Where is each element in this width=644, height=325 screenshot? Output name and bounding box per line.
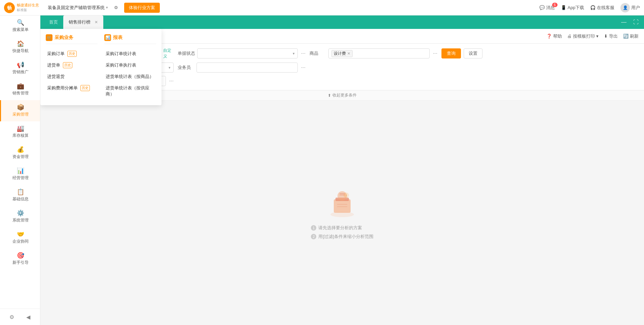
rank-item-chevron-icon: ▾ [169, 66, 171, 70]
goods-tag-remove-icon[interactable]: ✕ [347, 51, 350, 56]
topbar-right: 💬 消息 6 📱 App下载 🎧 在线客服 👤 用户 [539, 3, 640, 12]
message-button[interactable]: 💬 消息 6 [539, 5, 555, 11]
menu-item-goods-return[interactable]: 进货退货 [46, 71, 98, 82]
guide-icon: 🎯 [17, 252, 24, 258]
menu-item-goods-receipt[interactable]: 进货单 历史 [46, 59, 98, 71]
user-menu[interactable]: 👤 用户 [620, 3, 640, 12]
tab-minimize-icon[interactable]: — [619, 18, 629, 26]
svg-text:畅: 畅 [7, 5, 12, 10]
chevron-down-icon[interactable]: ▾ [106, 5, 108, 10]
enterprise-icon: 🤝 [17, 231, 24, 237]
sidebar-item-sales[interactable]: 💼 销售管理 [0, 79, 40, 100]
logo-icon: 畅 [4, 2, 15, 13]
sidebar-item-guide[interactable]: 🎯 新手引导 [0, 248, 40, 270]
goods-label: 商品 [310, 50, 326, 56]
sidebar-collapse-button[interactable]: ◀ [24, 312, 33, 322]
quick-date-custom[interactable]: 自定义 [163, 48, 174, 59]
sidebar-item-basic[interactable]: 📋 基础信息 [0, 185, 40, 206]
tab-home[interactable]: 首页 [44, 15, 63, 29]
voucher-status-more-icon[interactable]: ··· [301, 50, 306, 56]
voucher-status-filter: 单据状态 ▾ ··· [178, 48, 306, 58]
salesperson-select[interactable] [196, 63, 298, 73]
menu-item-goods-stat-goods[interactable]: 进货单统计表（按商品） [104, 71, 156, 82]
empty-illustration: ! [325, 186, 359, 219]
inventory-icon: 🏭 [17, 125, 24, 131]
sidebar-item-enterprise[interactable]: 🤝 企业协同 [0, 227, 40, 248]
search-icon: 🔍 [17, 19, 24, 26]
menu-item-purchase-order-exe[interactable]: 采购订单执行表 [104, 59, 156, 71]
goods-tag-input[interactable]: 设计费 ✕ [328, 48, 430, 58]
empty-tips: 1 请先选择要分析的方案 2 用[过滤]条件来缩小分析范围 [311, 225, 373, 240]
menu-item-purchase-order-stat[interactable]: 采购订单统计表 [104, 48, 156, 59]
app-download-button[interactable]: 📱 App下载 [561, 5, 584, 11]
logo-text: 畅捷通好生意 [17, 3, 39, 7]
voucher-status-label: 单据状态 [178, 50, 195, 56]
home-icon: 🏠 [17, 41, 24, 47]
logo-sub: 标准版 [17, 8, 39, 12]
setting-button[interactable]: 设置 [464, 48, 482, 58]
logo-area: 畅 畅捷通好生意 标准版 [4, 2, 44, 13]
voucher-status-chevron-icon: ▾ [293, 51, 295, 56]
purchase-col-title: 🛒 采购业务 [46, 34, 98, 44]
print-button[interactable]: 🖨 按模板打印 ▾ [567, 33, 599, 39]
goods-receipt-badge: 历史 [63, 62, 72, 68]
content-area: 首页 销售排行榜 ✕ — ⛶ 🛒 采购业务 采购订单 历史 [40, 15, 644, 325]
topbar: 畅 畅捷通好生意 标准版 装备及固定资产辅助管理系统 ▾ ⚙ 体验行业方案 💬 … [0, 0, 644, 15]
message-badge: 6 [552, 3, 558, 7]
sidebar-item-operation[interactable]: 📊 经营管理 [0, 164, 40, 185]
sidebar: 🔍 搜索菜单 🏠 快捷导航 📢 营销推广 💼 销售管理 📦 采购管理 🏭 库存核… [0, 15, 40, 325]
phone-icon: 📱 [561, 5, 566, 10]
svg-rect-3 [334, 199, 351, 213]
tab-maximize-icon[interactable]: ⛶ [631, 18, 641, 26]
sidebar-item-nav[interactable]: 🏠 快捷导航 [0, 37, 40, 58]
goods-tag: 设计费 ✕ [331, 50, 353, 57]
tab-bar: 首页 销售排行榜 ✕ — ⛶ [40, 15, 644, 29]
sales-icon: 💼 [17, 83, 24, 89]
purchase-col-icon: 🛒 [46, 34, 52, 41]
sidebar-item-marketing[interactable]: 📢 营销推广 [0, 58, 40, 79]
tab-close-icon[interactable]: ✕ [95, 20, 98, 25]
menu-item-purchase-fee[interactable]: 采购费用分摊单 历史 [46, 82, 98, 94]
tip-num-1: 1 [311, 225, 316, 231]
action-buttons: 查询 设置 [441, 48, 482, 58]
tab-sales-rank[interactable]: 销售排行榜 ✕ [63, 15, 103, 29]
empty-tip-2: 2 用[过滤]条件来缩小分析范围 [311, 234, 373, 240]
query-button[interactable]: 查询 [441, 48, 461, 58]
report-col-title: 📊 报表 [104, 34, 156, 44]
purchase-fee-badge: 历史 [80, 85, 90, 91]
export-icon: ⬇ [604, 34, 608, 39]
tip-num-2: 2 [311, 234, 316, 239]
refresh-button[interactable]: 🔄 刷新 [623, 33, 639, 39]
sidebar-item-search[interactable]: 🔍 搜索菜单 [0, 15, 40, 37]
message-icon: 💬 [539, 5, 545, 10]
system-name: 装备及固定资产辅助管理系统 ▾ [48, 5, 108, 11]
goods-more-icon[interactable]: ··· [433, 50, 437, 56]
sidebar-settings-button[interactable]: ⚙ [7, 312, 16, 322]
export-button[interactable]: ⬇ 导出 [604, 33, 618, 39]
purchase-icon: 📦 [17, 104, 24, 110]
sidebar-item-purchase[interactable]: 📦 采购管理 [0, 100, 40, 121]
sidebar-item-finance[interactable]: 💰 资金管理 [0, 143, 40, 164]
sidebar-item-inventory[interactable]: 🏭 库存核算 [0, 121, 40, 143]
report-menu-col: 📊 报表 采购订单统计表 采购订单执行表 进货单统计表（按商品） 进货单统计表（… [104, 34, 156, 100]
help-button[interactable]: ❓ 帮助 [546, 33, 562, 39]
headset-icon: 🎧 [590, 5, 596, 10]
voucher-status-select[interactable]: ▾ [197, 48, 298, 58]
tab-bar-actions: — ⛶ [619, 18, 641, 26]
basic-icon: 📋 [17, 189, 24, 195]
finance-icon: 💰 [17, 147, 24, 153]
customer-more-icon[interactable]: ··· [169, 78, 174, 84]
marketing-icon: 📢 [17, 62, 24, 68]
menu-item-goods-stat-supplier[interactable]: 进货单统计表（按供应商） [104, 82, 156, 100]
menu-item-purchase-order[interactable]: 采购订单 历史 [46, 48, 98, 59]
settings-icon[interactable]: ⚙ [111, 3, 121, 12]
sidebar-bottom: ⚙ ◀ [0, 309, 40, 325]
collapse-icon: ⬆ [328, 93, 331, 98]
goods-filter: 商品 设计费 ✕ ··· [310, 48, 437, 58]
sidebar-item-system[interactable]: ⚙️ 系统管理 [0, 206, 40, 227]
industry-button[interactable]: 体验行业方案 [124, 3, 160, 13]
salesperson-more-icon[interactable]: ··· [301, 65, 306, 71]
purchase-order-badge: 历史 [67, 51, 77, 57]
print-chevron-icon[interactable]: ▾ [596, 34, 599, 39]
online-service-button[interactable]: 🎧 在线客服 [590, 5, 614, 11]
